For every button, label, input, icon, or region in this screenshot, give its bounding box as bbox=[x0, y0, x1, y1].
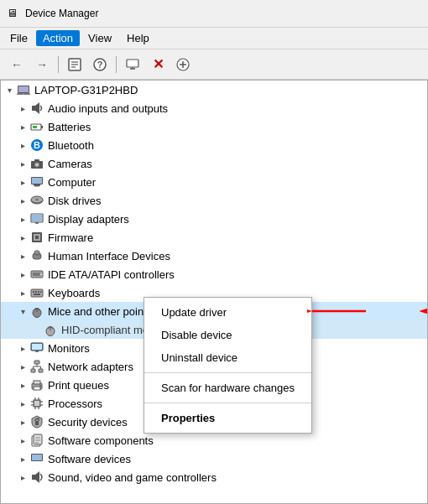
svg-rect-61 bbox=[32, 344, 42, 350]
context-uninstall-device[interactable]: Uninstall device bbox=[144, 346, 311, 369]
tree-item-software-comp[interactable]: Software components bbox=[1, 431, 427, 449]
svg-rect-51 bbox=[38, 291, 39, 293]
context-properties[interactable]: Properties bbox=[144, 407, 311, 429]
processor-icon bbox=[29, 396, 44, 411]
context-separator-1 bbox=[144, 372, 311, 373]
tree-item-firmware[interactable]: Firmware bbox=[1, 228, 427, 247]
tree-item-ide[interactable]: IDE ATA/ATAPI controllers bbox=[1, 265, 427, 283]
tree-item-sound[interactable]: Sound, video and game controllers bbox=[1, 468, 427, 486]
app-icon: 🖥 bbox=[7, 7, 20, 20]
keyboards-label: Keyboards bbox=[48, 287, 100, 299]
security-label: Security devices bbox=[48, 416, 128, 429]
ide-icon bbox=[29, 267, 44, 282]
svg-rect-85 bbox=[35, 421, 39, 425]
tree-item-computer[interactable]: Computer bbox=[1, 173, 427, 191]
svg-rect-65 bbox=[31, 369, 35, 372]
laptop-label: LAPTOP-G31P2HBD bbox=[34, 84, 138, 96]
svg-text:B: B bbox=[34, 140, 40, 150]
expand-keyboards[interactable] bbox=[16, 286, 29, 299]
computer-button[interactable] bbox=[121, 53, 144, 76]
software-dev-label: Software devices bbox=[48, 453, 131, 465]
expand-software-comp[interactable] bbox=[16, 434, 29, 447]
expand-firmware[interactable] bbox=[16, 231, 29, 244]
update-button[interactable] bbox=[171, 53, 195, 76]
tree-item-display[interactable]: Display adapters bbox=[1, 210, 427, 228]
menu-view[interactable]: View bbox=[81, 30, 118, 46]
expand-batteries[interactable] bbox=[16, 120, 29, 133]
expand-bluetooth[interactable] bbox=[16, 138, 29, 152]
svg-rect-64 bbox=[34, 361, 39, 364]
properties-button[interactable] bbox=[63, 53, 86, 76]
expand-computer[interactable] bbox=[16, 175, 29, 189]
svg-point-25 bbox=[35, 164, 39, 167]
back-button[interactable]: ← bbox=[5, 53, 29, 76]
svg-rect-35 bbox=[32, 215, 42, 221]
menu-file[interactable]: File bbox=[3, 30, 34, 46]
svg-marker-17 bbox=[35, 102, 39, 114]
svg-rect-52 bbox=[40, 291, 42, 293]
expand-display[interactable] bbox=[16, 212, 29, 226]
software-comp-label: Software components bbox=[48, 434, 154, 447]
expand-network[interactable] bbox=[16, 360, 29, 373]
keyboard-icon bbox=[29, 285, 44, 300]
svg-rect-30 bbox=[34, 184, 40, 186]
tree-item-disk[interactable]: Disk drives bbox=[1, 191, 427, 210]
svg-rect-16 bbox=[32, 106, 35, 111]
svg-rect-72 bbox=[34, 381, 40, 384]
tree-item-laptop[interactable]: LAPTOP-G31P2HBD bbox=[1, 81, 427, 99]
context-update-driver[interactable]: Update driver bbox=[144, 301, 311, 324]
expand-mice[interactable] bbox=[16, 304, 29, 318]
menu-bar: File Action View Help bbox=[0, 28, 428, 49]
tree-item-software-dev[interactable]: Software devices bbox=[1, 449, 427, 468]
forward-button[interactable]: → bbox=[30, 53, 54, 76]
battery-icon bbox=[29, 119, 44, 134]
tree-item-batteries[interactable]: Batteries bbox=[1, 117, 427, 136]
expand-hid[interactable] bbox=[16, 249, 29, 262]
expand-security[interactable] bbox=[16, 415, 29, 429]
menu-help[interactable]: Help bbox=[120, 30, 156, 46]
svg-rect-73 bbox=[34, 387, 40, 390]
help-button[interactable]: ? bbox=[88, 53, 112, 76]
toolbar: ← → ? ✕ bbox=[0, 49, 428, 80]
svg-rect-40 bbox=[35, 236, 39, 239]
svg-rect-19 bbox=[41, 126, 43, 128]
properties-label: Properties bbox=[161, 412, 215, 424]
svg-point-74 bbox=[39, 385, 41, 387]
svg-rect-93 bbox=[32, 475, 35, 480]
security-icon bbox=[29, 414, 44, 429]
svg-rect-28 bbox=[32, 178, 42, 184]
expand-sound[interactable] bbox=[16, 470, 29, 484]
tree-item-cameras[interactable]: Cameras bbox=[1, 154, 427, 173]
expand-software-dev[interactable] bbox=[16, 452, 29, 465]
audio-icon bbox=[29, 101, 44, 116]
cameras-label: Cameras bbox=[48, 158, 92, 170]
expand-monitors[interactable] bbox=[16, 341, 29, 355]
expand-ide[interactable] bbox=[16, 268, 29, 281]
sound-icon bbox=[29, 470, 44, 485]
context-disable-device[interactable]: Disable device bbox=[144, 324, 311, 346]
device-tree[interactable]: LAPTOP-G31P2HBD Audio inputs and outputs bbox=[0, 80, 428, 504]
delete-button[interactable]: ✕ bbox=[146, 53, 170, 76]
svg-rect-48 bbox=[31, 289, 43, 297]
monitors-label: Monitors bbox=[48, 342, 90, 355]
printer-icon bbox=[29, 377, 44, 392]
expand-print[interactable] bbox=[16, 378, 29, 392]
tree-item-audio[interactable]: Audio inputs and outputs bbox=[1, 99, 427, 117]
expand-disk[interactable] bbox=[16, 194, 29, 207]
svg-rect-49 bbox=[33, 291, 34, 293]
camera-icon bbox=[29, 156, 44, 171]
expand-processors[interactable] bbox=[16, 397, 29, 410]
tree-item-bluetooth[interactable]: B Bluetooth bbox=[1, 136, 427, 154]
disk-label: Disk drives bbox=[48, 195, 102, 207]
tree-item-hid[interactable]: Human Interface Devices bbox=[1, 247, 427, 265]
svg-rect-50 bbox=[35, 291, 37, 293]
processors-label: Processors bbox=[48, 397, 102, 410]
expand-audio[interactable] bbox=[16, 101, 29, 115]
menu-action[interactable]: Action bbox=[36, 30, 80, 46]
disk-icon bbox=[29, 193, 44, 208]
mouse-device-icon bbox=[43, 322, 58, 337]
expand-cameras[interactable] bbox=[16, 157, 29, 170]
expand-laptop[interactable] bbox=[3, 83, 16, 96]
main-area: LAPTOP-G31P2HBD Audio inputs and outputs bbox=[0, 80, 428, 504]
context-scan-hardware[interactable]: Scan for hardware changes bbox=[144, 377, 311, 399]
